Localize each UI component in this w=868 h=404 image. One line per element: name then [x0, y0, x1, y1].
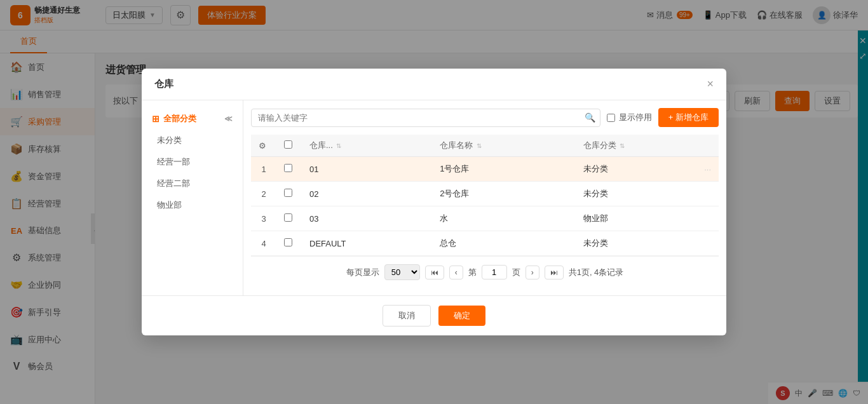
row-name-cell: 总仓 [432, 231, 575, 256]
prev-page-button[interactable]: ‹ [449, 266, 463, 279]
col-code: 仓库... ⇅ [302, 135, 432, 157]
show-disabled-checkbox[interactable] [607, 114, 615, 122]
cancel-button[interactable]: 取消 [383, 305, 431, 327]
sort-icon-name: ⇅ [477, 142, 482, 149]
total-records-label: 共1页, 4条记录 [569, 267, 624, 278]
confirm-button[interactable]: 确定 [438, 306, 485, 326]
modal-close-button[interactable]: × [707, 77, 714, 91]
show-disabled-checkbox-label[interactable]: 显示停用 [607, 112, 652, 123]
grid-icon: ⊞ [152, 114, 159, 124]
col-name: 仓库名称 ⇅ [432, 135, 575, 157]
per-page-label: 每页显示 [346, 267, 379, 278]
modal-footer: 取消 确定 [142, 295, 726, 335]
table-row[interactable]: 1 01 1号仓库 未分类··· [251, 157, 719, 182]
table-header-row: ⚙ 仓库... ⇅ 仓库名称 ⇅ 仓库分类 ⇅ [251, 135, 719, 157]
modal-title: 仓库 [154, 78, 173, 90]
modal-overlay: 仓库 × ⊞ 全部分类 ≪ 未分类 经营一部 经营二部 物业部 [0, 0, 868, 404]
category-collapse-icon[interactable]: ≪ [224, 114, 233, 123]
category-panel: ⊞ 全部分类 ≪ 未分类 经营一部 经营二部 物业部 [142, 100, 243, 295]
category-item-dept2[interactable]: 经营二部 [142, 173, 243, 194]
row-checkbox[interactable] [284, 189, 292, 197]
sort-icon-category: ⇅ [620, 142, 625, 149]
last-page-button[interactable]: ⏭ [545, 266, 564, 279]
page-label: 第 [468, 267, 477, 278]
sort-icon-code: ⇅ [336, 142, 341, 149]
row-name-cell: 水 [432, 206, 575, 231]
search-icon[interactable]: 🔍 [585, 112, 595, 123]
row-code-cell: DEFAULT [302, 231, 432, 256]
add-warehouse-button[interactable]: + 新增仓库 [658, 108, 719, 127]
category-all-label: 全部分类 [163, 113, 196, 125]
row-name-cell: 2号仓库 [432, 182, 575, 206]
modal-header: 仓库 × [142, 69, 726, 100]
page-suffix: 页 [512, 267, 520, 278]
row-code-cell: 02 [302, 182, 432, 206]
category-item-unclassified[interactable]: 未分类 [142, 130, 243, 151]
row-code-cell: 03 [302, 206, 432, 231]
warehouse-modal: 仓库 × ⊞ 全部分类 ≪ 未分类 经营一部 经营二部 物业部 [142, 69, 726, 335]
row-index-cell: 3 [251, 206, 276, 231]
row-name-cell: 1号仓库 [432, 157, 575, 182]
per-page-select[interactable]: 50 10 20 100 [384, 264, 420, 280]
row-checkbox[interactable] [284, 213, 292, 222]
table-panel: 🔍 显示停用 + 新增仓库 ⚙ 仓库... ⇅ [243, 100, 726, 295]
col-category: 仓库分类 ⇅ [576, 135, 719, 157]
search-input-wrap: 🔍 [251, 109, 600, 127]
row-category-cell: 未分类 [576, 182, 719, 206]
row-category-cell: 未分类··· [576, 157, 719, 182]
row-category-cell: 未分类 [576, 231, 719, 256]
category-all[interactable]: ⊞ 全部分类 ≪ [142, 108, 243, 130]
row-checkbox-cell[interactable] [276, 231, 302, 256]
row-index-cell: 4 [251, 231, 276, 256]
warehouse-table: ⚙ 仓库... ⇅ 仓库名称 ⇅ 仓库分类 ⇅ 1 01 1号仓库 未分类···… [251, 135, 719, 256]
modal-body: ⊞ 全部分类 ≪ 未分类 经营一部 经营二部 物业部 🔍 [142, 100, 726, 295]
category-item-property[interactable]: 物业部 [142, 194, 243, 216]
row-index-cell: 2 [251, 182, 276, 206]
select-all-checkbox[interactable] [284, 140, 292, 149]
row-checkbox[interactable] [284, 164, 292, 172]
row-code-cell: 01 [302, 157, 432, 182]
first-page-button[interactable]: ⏮ [425, 266, 444, 279]
row-index-cell: 1 [251, 157, 276, 182]
table-row[interactable]: 3 03 水 物业部 [251, 206, 719, 231]
row-checkbox[interactable] [284, 238, 292, 246]
category-item-dept1[interactable]: 经营一部 [142, 151, 243, 173]
col-checkbox [276, 135, 302, 157]
row-checkbox-cell[interactable] [276, 206, 302, 231]
col-gear: ⚙ [251, 135, 276, 157]
row-checkbox-cell[interactable] [276, 157, 302, 182]
pagination: 每页显示 50 10 20 100 ⏮ ‹ 第 页 › ⏭ 共1页, 4条记录 [251, 256, 719, 288]
row-category-cell: 物业部 [576, 206, 719, 231]
next-page-button[interactable]: › [526, 266, 539, 279]
table-row[interactable]: 4 DEFAULT 总仓 未分类 [251, 231, 719, 256]
table-row[interactable]: 2 02 2号仓库 未分类 [251, 182, 719, 206]
search-input[interactable] [251, 109, 600, 127]
page-number-input[interactable] [482, 265, 507, 279]
table-toolbar: 🔍 显示停用 + 新增仓库 [251, 108, 719, 127]
row-checkbox-cell[interactable] [276, 182, 302, 206]
gear-header-icon: ⚙ [259, 141, 266, 151]
